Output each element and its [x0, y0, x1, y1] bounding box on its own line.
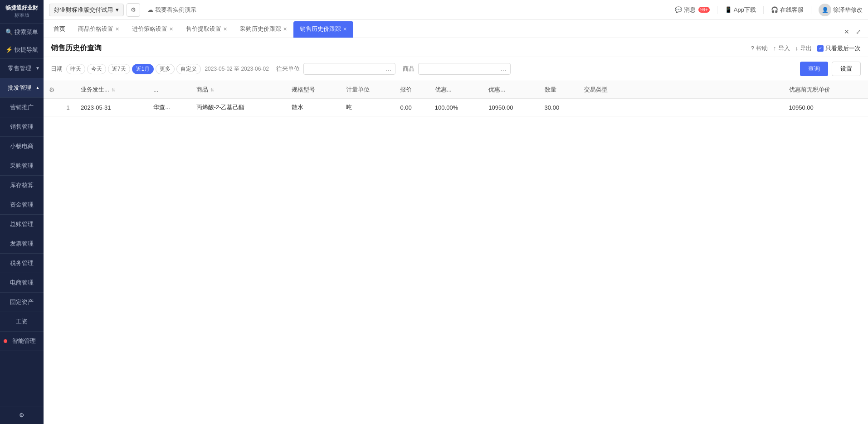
mobile-icon: 📱: [725, 6, 732, 13]
sidebar-item-ecommerce[interactable]: 电商管理: [0, 273, 44, 293]
only-last-checkbox[interactable]: ✓ 只看最后一次: [817, 44, 861, 53]
source-unit-input-wrap[interactable]: ...: [303, 63, 395, 75]
app-download-button[interactable]: 📱 App下载: [725, 6, 756, 14]
col-num: [60, 81, 76, 99]
sidebar-item-label: 零售管理: [4, 64, 35, 72]
tab-close-icon[interactable]: ✕: [343, 26, 347, 32]
product-input-wrap[interactable]: ...: [418, 63, 510, 75]
only-last-label: 只看最后一次: [825, 44, 861, 53]
sidebar-item-sales[interactable]: 销售管理: [0, 117, 44, 137]
col-product[interactable]: 商品 ⇅: [192, 81, 288, 99]
product-input[interactable]: [422, 66, 498, 72]
date-options: 昨天 今天 近7天 近1月 更多 自定义: [66, 64, 201, 74]
settings-icon: ⚙: [19, 412, 24, 419]
col-discount-amt[interactable]: 优惠...: [484, 81, 540, 99]
sidebar-item-general-ledger[interactable]: 总账管理: [0, 215, 44, 234]
demo-link[interactable]: ☁ 我要看实例演示: [147, 6, 196, 14]
col-pretax-price[interactable]: 优惠前无税单价: [785, 81, 868, 99]
import-link[interactable]: ↑ 导入: [773, 44, 790, 53]
col-spacer: [634, 81, 784, 99]
help-label: 帮助: [756, 44, 768, 53]
separator: [811, 6, 811, 14]
sidebar-item-wholesale[interactable]: 批发管理 ▲: [0, 78, 44, 98]
tab-close-icon[interactable]: ✕: [283, 26, 287, 32]
chevron-up-icon: ▲: [35, 85, 40, 90]
sidebar-item-tax[interactable]: 税务管理: [0, 254, 44, 273]
tab-purchase-history[interactable]: 采购历史价跟踪 ✕: [234, 21, 293, 38]
tab-close-icon[interactable]: ✕: [169, 26, 173, 32]
avatar: 👤: [819, 4, 831, 16]
col-qty[interactable]: 数量: [540, 81, 580, 99]
sidebar-item-retail[interactable]: 零售管理 ▼: [0, 59, 44, 78]
date-btn-custom[interactable]: 自定义: [176, 64, 201, 74]
col-spec[interactable]: 规格型号: [287, 81, 341, 99]
col-biz-date[interactable]: 业务发生... ⇅: [76, 81, 149, 99]
sidebar-item-payroll[interactable]: 工资: [0, 312, 44, 332]
sidebar-item-purchase[interactable]: 采购管理: [0, 156, 44, 176]
online-service-button[interactable]: 🎧 在线客服: [771, 6, 804, 14]
sidebar-settings[interactable]: ⚙: [0, 406, 44, 424]
separator: [717, 6, 717, 14]
sidebar-item-label: 税务管理: [4, 259, 40, 267]
row-extra: 华查...: [149, 99, 191, 116]
tab-purchase-strategy[interactable]: 进价策略设置 ✕: [126, 21, 180, 38]
sidebar-item-label: 工资: [4, 318, 40, 326]
gear-icon[interactable]: ⚙: [49, 86, 55, 93]
source-unit-input[interactable]: [307, 66, 384, 72]
user-icon: 👤: [822, 7, 829, 13]
data-table-wrap: ⚙ 业务发生... ⇅ ... 商品 ⇅ 规格型号 计量单位 报价 优惠... …: [44, 81, 868, 424]
sidebar-quicknav[interactable]: ⚡ 快捷导航: [0, 41, 44, 59]
sidebar-item-label: 采购管理: [4, 162, 40, 170]
import-label: 导入: [778, 44, 790, 53]
col-price[interactable]: 报价: [395, 81, 430, 99]
col-unit[interactable]: 计量单位: [341, 81, 396, 99]
sidebar-item-smart[interactable]: 智能管理: [0, 332, 44, 351]
sidebar-item-ecommerce-small[interactable]: 小畅电商: [0, 137, 44, 156]
col-discount-pct[interactable]: 优惠...: [430, 81, 484, 99]
help-icon: ?: [751, 45, 754, 52]
sidebar-item-invoice[interactable]: 发票管理: [0, 234, 44, 254]
date-range-display: 2023-05-02 至 2023-06-02: [205, 65, 268, 73]
tab-sale-extract[interactable]: 售价提取设置 ✕: [180, 21, 234, 38]
source-unit-filter-group: 往来单位 ...: [276, 63, 395, 75]
tab-close-icon[interactable]: ✕: [115, 26, 119, 32]
sidebar-item-inventory[interactable]: 库存核算: [0, 176, 44, 195]
topbar-right: 💬 消息 99+ 📱 App下载 🎧 在线客服 👤 徐泽华修改: [675, 4, 863, 16]
sidebar: 畅捷通好业财 标准版 🔍 搜索菜单 ⚡ 快捷导航 零售管理 ▼ 批发管理 ▲ 营…: [0, 0, 44, 424]
tabbar: 首页 商品价格设置 ✕ 进价策略设置 ✕ 售价提取设置 ✕ 采购历史价跟踪 ✕ …: [44, 20, 868, 38]
topbar: 好业财标准版交付试用 ▾ ⚙ ☁ 我要看实例演示 💬 消息 99+ 📱 App下…: [44, 0, 868, 20]
topbar-settings-button[interactable]: ⚙: [127, 3, 140, 17]
date-btn-today[interactable]: 今天: [87, 64, 106, 74]
help-link[interactable]: ? 帮助: [751, 44, 768, 53]
user-menu[interactable]: 👤 徐泽华修改: [819, 4, 863, 16]
date-btn-last1month[interactable]: 近1月: [132, 64, 154, 74]
workspace-selector[interactable]: 好业财标准版交付试用 ▾: [49, 4, 124, 16]
sidebar-item-label: 智能管理: [8, 337, 40, 345]
sidebar-item-fixed-assets[interactable]: 固定资产: [0, 293, 44, 312]
import-icon: ↑: [773, 45, 776, 52]
search-icon: 🔍: [5, 29, 13, 35]
close-window-button[interactable]: ✕: [841, 26, 853, 38]
export-link[interactable]: ↓ 导出: [795, 44, 812, 53]
source-unit-more-icon[interactable]: ...: [385, 65, 391, 73]
date-btn-yesterday[interactable]: 昨天: [66, 64, 85, 74]
date-btn-more[interactable]: 更多: [156, 64, 175, 74]
row-biz-date: 2023-05-31: [76, 99, 149, 116]
tab-product-price[interactable]: 商品价格设置 ✕: [72, 21, 126, 38]
messages-button[interactable]: 💬 消息 99+: [675, 6, 710, 14]
settings-button[interactable]: 设置: [832, 62, 861, 76]
col-trade-type[interactable]: 交易类型: [580, 81, 634, 99]
maximize-window-button[interactable]: ⤢: [853, 26, 864, 38]
tab-close-icon[interactable]: ✕: [223, 26, 227, 32]
col-more[interactable]: ...: [149, 81, 191, 99]
sidebar-item-marketing[interactable]: 营销推广: [0, 98, 44, 117]
demo-label: 我要看实例演示: [155, 6, 196, 14]
dot-indicator: [4, 339, 7, 343]
tab-sales-history[interactable]: 销售历史价跟踪 ✕: [293, 21, 353, 38]
tab-home[interactable]: 首页: [47, 21, 72, 38]
sidebar-item-finance[interactable]: 资金管理: [0, 195, 44, 215]
sidebar-search[interactable]: 🔍 搜索菜单: [0, 24, 44, 41]
query-button[interactable]: 查询: [800, 62, 828, 76]
product-more-icon[interactable]: ...: [500, 65, 506, 73]
date-btn-last7days[interactable]: 近7天: [108, 64, 130, 74]
